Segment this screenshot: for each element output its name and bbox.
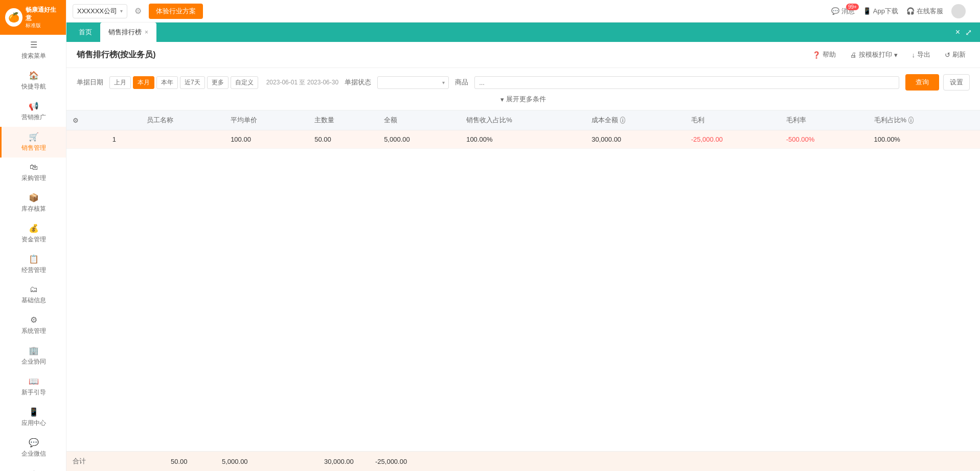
date-this-month[interactable]: 本月 bbox=[133, 76, 154, 89]
cell-profit: -25,000.00 bbox=[685, 130, 780, 149]
col-settings[interactable]: ⚙ bbox=[66, 110, 106, 130]
cost-info-icon[interactable]: i bbox=[620, 117, 625, 124]
sidebar-item-apps[interactable]: 📱 应用中心 bbox=[0, 402, 66, 433]
date-range-text: 2023-06-01 至 2023-06-30 bbox=[266, 78, 338, 87]
message-badge: 99+ bbox=[846, 4, 859, 10]
sidebar: 🍊 畅康通好生意 标准版 ☰ 搜索菜单 🏠 快捷导航 📢 营销推广 🛒 销售管理… bbox=[0, 0, 66, 471]
logo-text: 畅康通好生意 bbox=[26, 6, 61, 22]
marketing-icon: 📢 bbox=[29, 101, 39, 111]
main-area: XXXXXX公司 ▾ ⚙ 体验行业方案 💬 消息 99+ 📱 App下载 🎧 在… bbox=[66, 0, 980, 471]
header-right: 💬 消息 99+ 📱 App下载 🎧 在线客服 bbox=[831, 4, 974, 18]
col-profit-ratio: 毛利占比% i bbox=[868, 110, 980, 130]
date-custom[interactable]: 自定义 bbox=[231, 76, 258, 89]
date-this-year[interactable]: 本年 bbox=[156, 76, 178, 89]
company-caret-icon: ▾ bbox=[120, 8, 123, 14]
sidebar-item-enterprise[interactable]: 🏢 企业协同 bbox=[0, 341, 66, 371]
sidebar-item-basic[interactable]: 🗂 基础信息 bbox=[0, 280, 66, 310]
sidebar-item-finance[interactable]: 💰 资金管理 bbox=[0, 218, 66, 249]
sidebar-item-inventory[interactable]: 📦 库存核算 bbox=[0, 188, 66, 218]
cell-rank: 1 bbox=[106, 130, 141, 149]
sales-icon: 🛒 bbox=[29, 132, 39, 142]
cell-amount: 5,000.00 bbox=[378, 130, 460, 149]
table-container: ⚙ 员工名称 平均单价 主数量 全额 销售收入占比% 成本全额 i 毛利 毛利率… bbox=[66, 110, 980, 451]
logo-sub: 标准版 bbox=[26, 22, 61, 29]
date-last-7days[interactable]: 近7天 bbox=[180, 76, 205, 89]
window-close-icon[interactable]: × bbox=[955, 28, 960, 37]
col-name: 员工名称 bbox=[141, 110, 224, 130]
tab-sales-label: 销售排行榜 bbox=[108, 28, 142, 37]
app-download-label: App下载 bbox=[873, 7, 898, 16]
online-service-button[interactable]: 🎧 在线客服 bbox=[906, 7, 943, 16]
sidebar-item-wechat[interactable]: 💬 企业微信 bbox=[0, 433, 66, 463]
purchase-icon: 🛍 bbox=[30, 163, 38, 172]
export-button[interactable]: ↓ 导出 bbox=[908, 48, 935, 61]
member-icon: ✦ bbox=[31, 468, 37, 471]
apps-icon: 📱 bbox=[29, 407, 39, 417]
goods-label: 商品 bbox=[455, 78, 468, 87]
date-group: 上月 本月 本年 近7天 更多 自定义 bbox=[109, 76, 258, 89]
home-icon: 🏠 bbox=[29, 71, 39, 80]
tab-home[interactable]: 首页 bbox=[71, 23, 100, 42]
cell-profit-ratio: 100.00% bbox=[868, 130, 980, 149]
refresh-button[interactable]: ↺ 刷新 bbox=[941, 48, 970, 61]
filter-row-1: 单据日期 上月 本月 本年 近7天 更多 自定义 2023-06-01 至 20… bbox=[77, 74, 970, 91]
sidebar-item-guide[interactable]: 📖 新手引导 bbox=[0, 371, 66, 402]
goods-input[interactable] bbox=[474, 76, 899, 89]
search-button[interactable]: 查询 bbox=[905, 74, 939, 91]
expand-down-icon: ▾ bbox=[500, 96, 504, 103]
col-quantity: 主数量 bbox=[308, 110, 378, 130]
page-header: 销售排行榜(按业务员) ❓ 帮助 🖨 按模板打印 ▾ ↓ 导出 ↺ 刷新 bbox=[66, 42, 980, 68]
cell-quantity: 50.00 bbox=[308, 130, 378, 149]
company-name: XXXXXX公司 bbox=[77, 7, 117, 16]
footer-label: 合计 bbox=[73, 457, 113, 466]
operation-icon: 📋 bbox=[29, 254, 39, 264]
sidebar-item-purchase[interactable]: 🛍 采购管理 bbox=[0, 158, 66, 188]
filter-area: 单据日期 上月 本月 本年 近7天 更多 自定义 2023-06-01 至 20… bbox=[66, 68, 980, 110]
tab-home-label: 首页 bbox=[79, 28, 92, 37]
sidebar-item-sales[interactable]: 🛒 销售管理 bbox=[0, 127, 66, 158]
basic-icon: 🗂 bbox=[30, 285, 38, 294]
footer-quantity: 50.00 bbox=[165, 458, 216, 465]
footer-cost: 30,000.00 bbox=[318, 458, 369, 465]
print-icon: 🖨 bbox=[850, 51, 857, 59]
tab-sales-ranking[interactable]: 销售排行榜 × bbox=[100, 23, 156, 42]
col-rank bbox=[106, 110, 141, 130]
expand-more-button[interactable]: ▾ 展开更多条件 bbox=[500, 95, 546, 104]
filter-setting-button[interactable]: 设置 bbox=[943, 74, 970, 91]
help-icon: ❓ bbox=[812, 51, 821, 59]
status-select[interactable] bbox=[377, 76, 449, 89]
sidebar-item-search[interactable]: ☰ 搜索菜单 bbox=[0, 35, 66, 65]
app-logo: 🍊 畅康通好生意 标准版 bbox=[0, 0, 66, 35]
content-area: 销售排行榜(按业务员) ❓ 帮助 🖨 按模板打印 ▾ ↓ 导出 ↺ 刷新 bbox=[66, 42, 980, 471]
profit-ratio-info-icon[interactable]: i bbox=[908, 117, 914, 124]
date-label: 单据日期 bbox=[77, 78, 103, 87]
footer-profit: -25,000.00 bbox=[369, 458, 420, 465]
sidebar-item-marketing[interactable]: 📢 营销推广 bbox=[0, 96, 66, 127]
tab-close-icon[interactable]: × bbox=[145, 29, 148, 36]
app-download-button[interactable]: 📱 App下载 bbox=[863, 7, 898, 16]
header-settings-icon[interactable]: ⚙ bbox=[132, 4, 144, 18]
page-title: 销售排行榜(按业务员) bbox=[77, 50, 156, 60]
footer-amount: 5,000.00 bbox=[216, 458, 267, 465]
help-button[interactable]: ❓ 帮助 bbox=[808, 48, 840, 61]
message-button[interactable]: 💬 消息 99+ bbox=[831, 7, 855, 16]
sidebar-item-operation[interactable]: 📋 经营管理 bbox=[0, 249, 66, 280]
cell-avg-price: 100.00 bbox=[224, 130, 308, 149]
sidebar-item-quicknav[interactable]: 🏠 快捷导航 bbox=[0, 65, 66, 96]
print-button[interactable]: 🖨 按模板打印 ▾ bbox=[846, 48, 902, 61]
avatar[interactable] bbox=[951, 4, 966, 18]
company-selector[interactable]: XXXXXX公司 ▾ bbox=[73, 4, 127, 18]
refresh-icon: ↺ bbox=[945, 51, 950, 59]
inventory-icon: 📦 bbox=[29, 193, 39, 203]
sidebar-item-member[interactable]: ✦ 畅会员 bbox=[0, 463, 66, 471]
status-select-wrapper bbox=[377, 76, 449, 89]
cell-cost: 30,000.00 bbox=[585, 130, 685, 149]
date-more[interactable]: 更多 bbox=[207, 76, 229, 89]
trial-button[interactable]: 体验行业方案 bbox=[149, 4, 203, 19]
cell-settings bbox=[66, 130, 106, 149]
col-avg-price: 平均单价 bbox=[224, 110, 308, 130]
window-maximize-icon[interactable]: ⤢ bbox=[965, 28, 972, 37]
sidebar-item-system[interactable]: ⚙ 系统管理 bbox=[0, 310, 66, 341]
search-menu-icon: ☰ bbox=[30, 40, 37, 50]
date-last-month[interactable]: 上月 bbox=[109, 76, 131, 89]
